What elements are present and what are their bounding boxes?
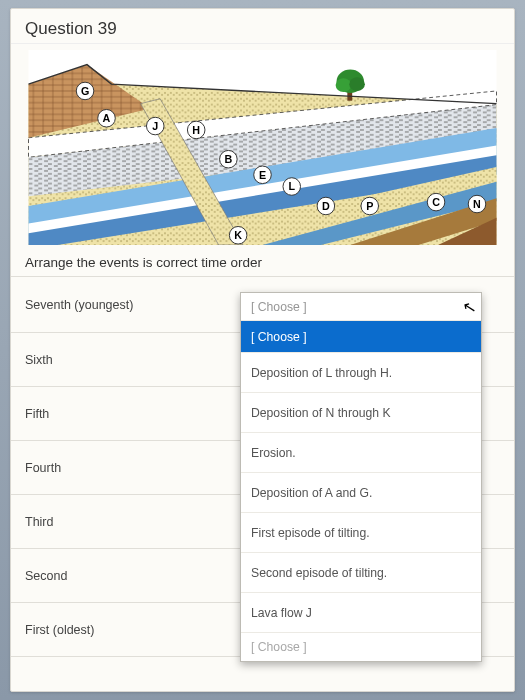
label-K: K (234, 229, 242, 241)
ordering-rows: Seventh (youngest) [ Choose ] Sixth Fift… (11, 277, 514, 657)
row-label: Third (11, 515, 242, 529)
dropdown-open[interactable]: [ Choose ] [ Choose ] Deposition of L th… (240, 292, 482, 662)
dropdown-option[interactable]: Second episode of tilting. (241, 553, 481, 593)
row-label: Fifth (11, 407, 242, 421)
label-B: B (225, 153, 233, 165)
label-J: J (152, 120, 158, 132)
dropdown-placeholder-bottom[interactable]: [ Choose ] (241, 633, 481, 661)
row-label: First (oldest) (11, 623, 242, 637)
dropdown-option-highlight[interactable]: [ Choose ] (241, 321, 481, 353)
label-H: H (192, 124, 200, 136)
label-L: L (288, 180, 295, 192)
geologic-diagram-container: G A J H B E L D P C N K (11, 44, 514, 247)
label-A: A (103, 112, 111, 124)
dropdown-option[interactable]: Deposition of N through K (241, 393, 481, 433)
row-label: Fourth (11, 461, 242, 475)
label-N: N (473, 198, 481, 210)
row-label: Sixth (11, 353, 242, 367)
dropdown-option[interactable]: Deposition of A and G. (241, 473, 481, 513)
dropdown-option[interactable]: Lava flow J (241, 593, 481, 633)
dropdown-option[interactable]: Erosion. (241, 433, 481, 473)
dropdown-placeholder-top[interactable]: [ Choose ] (241, 293, 481, 321)
question-prompt: Arrange the events is correct time order (11, 247, 514, 277)
question-card: Question 39 (10, 8, 515, 692)
label-E: E (259, 169, 266, 181)
geologic-cross-section: G A J H B E L D P C N K (25, 50, 500, 245)
label-P: P (366, 200, 373, 212)
question-number: Question 39 (11, 9, 514, 44)
row-label: Second (11, 569, 242, 583)
label-G: G (81, 85, 89, 97)
dropdown-option[interactable]: First episode of tilting. (241, 513, 481, 553)
dropdown-option[interactable]: Deposition of L through H. (241, 353, 481, 393)
svg-point-8 (336, 78, 352, 92)
label-D: D (322, 200, 330, 212)
row-label: Seventh (youngest) (11, 298, 242, 312)
svg-point-9 (349, 77, 365, 91)
label-C: C (432, 196, 440, 208)
